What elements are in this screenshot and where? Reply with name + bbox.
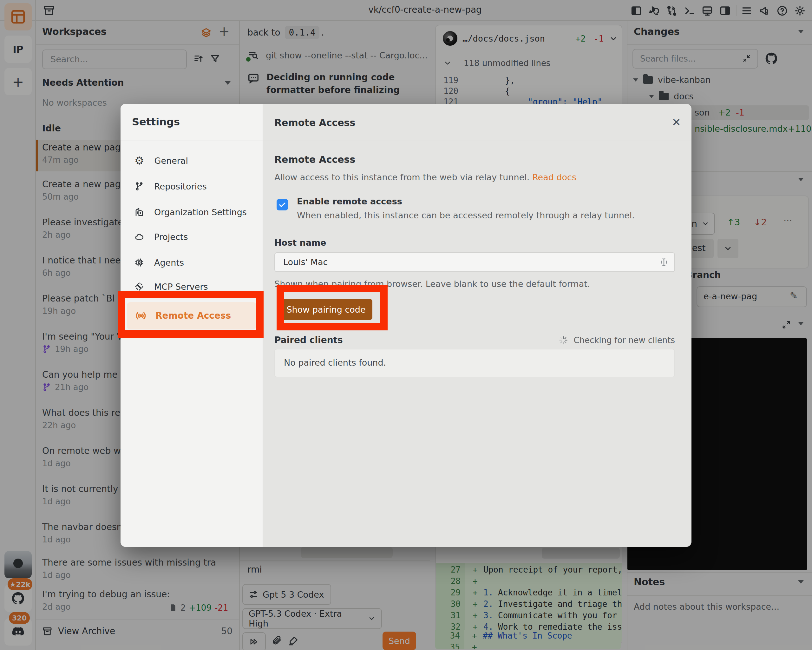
spinner-icon	[559, 335, 568, 345]
description-text: Allow access to this instance from the w…	[274, 172, 532, 182]
host-name-label: Host name	[274, 238, 326, 248]
check-icon	[278, 201, 286, 208]
settings-title: Settings	[132, 116, 180, 128]
paired-clients-box: No paired clients found.	[274, 349, 675, 377]
chip-icon	[134, 258, 144, 267]
text-cursor-input-icon	[659, 258, 668, 267]
nav-item-label: Organization Settings	[154, 207, 247, 217]
nav-item-projects[interactable]: Projects	[134, 226, 188, 247]
nav-item-label: Agents	[154, 258, 184, 268]
nav-item-label: General	[154, 156, 188, 166]
annotation-box-remote-access	[118, 291, 264, 338]
enable-remote-access-sub: When enabled, this instance can be acces…	[297, 210, 635, 220]
enable-remote-access-checkbox[interactable]	[276, 199, 288, 210]
nav-item-organization-settings[interactable]: Organization Settings	[134, 202, 247, 222]
close-button[interactable]: ✕	[672, 116, 681, 128]
nav-item-label: Projects	[154, 232, 188, 242]
building-icon	[134, 207, 144, 217]
cloud-icon	[134, 232, 144, 242]
modal-title: Remote Access	[274, 117, 355, 128]
remote-access-section-title: Remote Access	[274, 154, 355, 165]
branch-icon	[134, 182, 144, 191]
annotation-box-show-pairing-code	[276, 285, 388, 330]
nav-item-repositories[interactable]: Repositories	[134, 176, 207, 197]
host-name-value: Louis' Mac	[283, 257, 328, 267]
host-name-input[interactable]: Louis' Mac	[274, 252, 675, 272]
checking-clients-row: Checking for new clients	[463, 335, 675, 345]
nav-item-general[interactable]: ⚙ General	[134, 150, 188, 171]
app-root: vk/ccf0-create-a-new-pag IP + ★22k 320	[0, 0, 812, 650]
read-docs-link[interactable]: Read docs	[532, 172, 576, 182]
modal-header-divider	[121, 141, 691, 141]
paired-clients-empty: No paired clients found.	[284, 358, 386, 367]
enable-remote-access-label: Enable remote access	[297, 196, 402, 206]
gear-icon: ⚙	[134, 154, 144, 167]
nav-item-label: Repositories	[154, 182, 207, 191]
nav-item-label: MCP Servers	[154, 282, 208, 292]
checking-clients-label: Checking for new clients	[574, 335, 675, 345]
plug-icon	[134, 282, 144, 291]
paired-clients-title: Paired clients	[274, 335, 343, 345]
remote-access-description: Allow access to this instance from the w…	[274, 172, 576, 182]
nav-item-agents[interactable]: Agents	[134, 252, 184, 273]
